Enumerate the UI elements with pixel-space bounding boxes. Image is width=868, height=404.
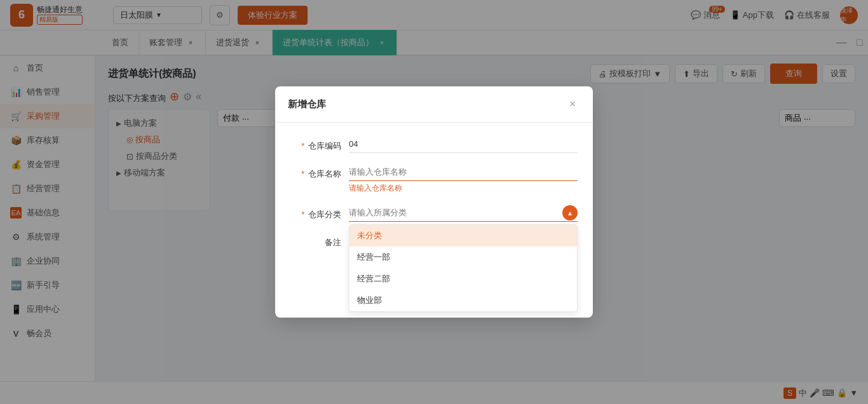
dropdown-item-uncategorized[interactable]: 未分类 [349, 225, 577, 246]
dropdown-item-dept2[interactable]: 经营二部 [349, 268, 577, 290]
dialog-close-button[interactable]: × [565, 97, 580, 112]
name-input[interactable] [349, 163, 578, 181]
name-label: * 仓库名称 [290, 163, 341, 180]
category-chevron-icon[interactable]: ▲ [562, 205, 578, 220]
dialog-body: * 仓库编码 * 仓库名称 请输入仓库名称 [275, 123, 593, 277]
code-label: * 仓库编码 [290, 135, 341, 152]
name-field: 请输入仓库名称 [349, 163, 578, 194]
name-error-msg: 请输入仓库名称 [349, 183, 578, 194]
category-input[interactable] [349, 204, 578, 222]
code-input[interactable] [349, 135, 578, 153]
dropdown-item-property[interactable]: 物业部 [349, 290, 577, 311]
category-label: * 仓库分类 [290, 204, 341, 220]
new-warehouse-dialog: 新增仓库 × * 仓库编码 * 仓库名称 [275, 86, 593, 318]
category-form-row: * 仓库分类 ▲ 未分类 经营一部 [290, 204, 578, 222]
modal-overlay[interactable]: 新增仓库 × * 仓库编码 * 仓库名称 [0, 0, 868, 404]
category-dropdown: 未分类 经营一部 经营二部 物业部 [349, 224, 578, 312]
dialog-title: 新增仓库 [288, 98, 326, 111]
category-select-wrapper: ▲ [349, 204, 578, 222]
code-field [349, 135, 578, 153]
code-form-row: * 仓库编码 [290, 135, 578, 153]
dialog-header: 新增仓库 × [275, 86, 593, 123]
name-form-row: * 仓库名称 请输入仓库名称 [290, 163, 578, 194]
remark-label: 备注 [290, 232, 341, 248]
dropdown-item-dept1[interactable]: 经营一部 [349, 246, 577, 268]
category-field: ▲ 未分类 经营一部 经营二部 物业部 [349, 204, 578, 222]
